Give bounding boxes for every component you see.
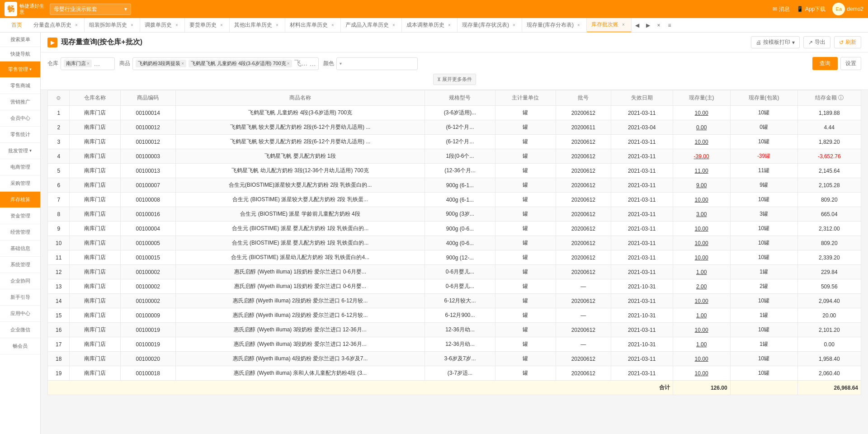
export-btn[interactable]: ↗ 导出 xyxy=(803,36,830,48)
sidebar-item-operations[interactable]: 经营管理 xyxy=(0,224,40,241)
cell-expiry-9: 2021-03-11 xyxy=(611,236,673,250)
sidebar-item-purchase[interactable]: 采购管理 xyxy=(0,175,40,192)
chevron-down-icon-2: ▼ xyxy=(29,149,33,153)
tab-0[interactable]: 分量盘点单历史 × xyxy=(29,18,85,33)
tab-menu-btn[interactable]: ≡ xyxy=(664,18,675,33)
cell-name-0: 飞鹤星飞帆 儿童奶粉 4段(3-6岁适用) 700克 xyxy=(175,106,425,120)
cell-qty-16[interactable]: 1.00 xyxy=(673,337,730,352)
cell-pkg-5: 9罐 xyxy=(730,178,797,193)
cell-no-12: 13 xyxy=(48,279,70,294)
sidebar-item-members[interactable]: 会员中心 xyxy=(0,110,40,127)
tab-6[interactable]: 产成品入库单历史 × xyxy=(341,18,402,33)
sidebar-item-enterprise[interactable]: 企业协同 xyxy=(0,273,40,289)
tab-7[interactable]: 成本调整单历史 × xyxy=(402,18,458,33)
tab-10[interactable]: 库存批次账 × xyxy=(587,18,632,33)
sidebar-item-members2[interactable]: 畅会员 xyxy=(0,338,40,354)
cell-qty-6[interactable]: 10.00 xyxy=(673,193,730,207)
cell-code-13: 00100002 xyxy=(120,294,175,308)
cell-qty-11[interactable]: 1.00 xyxy=(673,265,730,279)
cell-qty-0[interactable]: 10.00 xyxy=(673,106,730,120)
cell-batch-6: 20200612 xyxy=(556,193,611,207)
tab-close-6[interactable]: × xyxy=(391,22,397,28)
sidebar-search[interactable]: 搜索菜单 xyxy=(0,33,40,47)
tab-9[interactable]: 现存量(库存分布表) × xyxy=(522,18,587,33)
tab-close-2[interactable]: × xyxy=(174,22,180,28)
tab-home[interactable]: 首页 xyxy=(5,21,29,29)
color-tag-group[interactable]: ▾ xyxy=(336,57,418,70)
sidebar-item-marketing[interactable]: 营销推广 xyxy=(0,94,40,110)
cell-qty-8[interactable]: 10.00 xyxy=(673,222,730,236)
sidebar-item-inventory[interactable]: 库存核算 xyxy=(0,192,40,208)
cell-qty-14[interactable]: 1.00 xyxy=(673,308,730,323)
tab-4[interactable]: 其他出库单历史 × xyxy=(230,18,285,33)
tab-close-all-btn[interactable]: × xyxy=(653,18,664,33)
sidebar-item-retail-stats[interactable]: 零售统计 xyxy=(0,127,40,143)
template-print-btn[interactable]: 🖨 按模板打印 ▾ xyxy=(751,36,800,48)
tab-close-5[interactable]: × xyxy=(330,22,336,28)
col-settings[interactable]: ⚙ xyxy=(48,90,70,106)
cell-qty-10[interactable]: 10.00 xyxy=(673,250,730,265)
expand-conditions-btn[interactable]: ⊻ 展开更多条件 xyxy=(433,74,476,85)
sidebar-item-apps[interactable]: 应用中心 xyxy=(0,306,40,322)
tab-close-4[interactable]: × xyxy=(274,22,280,28)
cell-no-11: 12 xyxy=(48,265,70,279)
sidebar-item-wholesale[interactable]: 批发管理 ▼ xyxy=(0,143,40,159)
tab-1[interactable]: 组装拆卸单历史 × xyxy=(85,18,140,33)
tab-3[interactable]: 要货单历史 × xyxy=(185,18,230,33)
app-download-btn[interactable]: 📱 App下载 xyxy=(797,5,826,13)
tab-close-8[interactable]: × xyxy=(511,22,517,28)
cell-qty-13[interactable]: 10.00 xyxy=(673,294,730,308)
refresh-btn[interactable]: ↺ 刷新 xyxy=(834,36,861,48)
sidebar-quick-nav[interactable]: 快捷导航 xyxy=(0,47,40,61)
account-dropdown[interactable]: 母婴行业演示账套 ▾ xyxy=(50,4,131,15)
cell-qty-2[interactable]: 10.00 xyxy=(673,135,730,149)
goods-tag-group[interactable]: 飞鹤奶粉3段两提装 × 飞鹤星飞帆 儿童奶粉 4段(3-6岁适用) 700克 ×… xyxy=(132,57,319,70)
tab-5[interactable]: 材料出库单历史 × xyxy=(285,18,341,33)
tab-8[interactable]: 现存量(库存状况表) × xyxy=(458,18,522,33)
sidebar-item-retail-management[interactable]: 零售管理 ▼ xyxy=(0,61,40,78)
cell-qty-4[interactable]: 11.00 xyxy=(673,164,730,178)
cell-batch-7: 20200612 xyxy=(556,207,611,222)
cell-spec-8: 900g (0-6... xyxy=(425,222,495,236)
goods-tag-remove-0[interactable]: × xyxy=(181,61,184,66)
sidebar-item-wechat[interactable]: 企业微信 xyxy=(0,322,40,338)
sidebar-item-finance[interactable]: 资金管理 xyxy=(0,208,40,224)
sidebar-item-ecommerce[interactable]: 电商管理 xyxy=(0,159,40,175)
tab-next-btn[interactable]: ▶ xyxy=(642,18,653,33)
tab-close-9[interactable]: × xyxy=(576,22,582,28)
cell-qty-5[interactable]: 9.00 xyxy=(673,178,730,193)
cell-qty-1[interactable]: 0.00 xyxy=(673,120,730,135)
cell-expiry-18: 2021-03-11 xyxy=(611,366,673,381)
cell-qty-7[interactable]: 3.00 xyxy=(673,207,730,222)
tab-close-3[interactable]: × xyxy=(218,22,225,28)
tab-2[interactable]: 调拨单历史 × xyxy=(140,18,185,33)
messages-btn[interactable]: ✉ 消息 xyxy=(773,5,790,13)
user-profile[interactable]: Ea demo2 xyxy=(832,3,863,15)
sidebar-toggle-btn[interactable]: ▶ xyxy=(47,38,57,47)
cell-qty-17[interactable]: 10.00 xyxy=(673,352,730,366)
cell-qty-3[interactable]: -39.00 xyxy=(673,149,730,164)
sidebar-item-system[interactable]: 系统管理 xyxy=(0,257,40,273)
query-btn[interactable]: 查询 xyxy=(812,57,838,70)
sidebar-item-guide[interactable]: 新手引导 xyxy=(0,289,40,306)
settings-gear-icon[interactable]: ⚙ xyxy=(56,95,61,101)
goods-more-btn[interactable]: ... xyxy=(310,60,316,68)
cell-qty-9[interactable]: 10.00 xyxy=(673,236,730,250)
color-dropdown-arrow[interactable]: ▾ xyxy=(340,61,342,66)
tab-close-0[interactable]: × xyxy=(73,22,80,28)
cell-amount-18: 2,060.40 xyxy=(797,366,861,381)
settings-btn[interactable]: 设置 xyxy=(840,57,861,70)
warehouse-tag-group[interactable]: 南库门店 × ... xyxy=(61,57,115,70)
tab-close-10[interactable]: × xyxy=(620,22,627,28)
goods-tag-remove-1[interactable]: × xyxy=(287,61,290,66)
cell-qty-15[interactable]: 10.00 xyxy=(673,323,730,337)
warehouse-more-btn[interactable]: ... xyxy=(94,60,100,68)
tab-prev-btn[interactable]: ◀ xyxy=(632,18,642,33)
warehouse-tag-remove-btn[interactable]: × xyxy=(87,61,90,66)
tab-close-1[interactable]: × xyxy=(129,22,135,28)
cell-qty-12[interactable]: 2.00 xyxy=(673,279,730,294)
sidebar-item-basic-info[interactable]: 基础信息 xyxy=(0,241,40,257)
sidebar-item-retail-mall[interactable]: 零售商城 xyxy=(0,78,40,94)
cell-qty-18[interactable]: 10.00 xyxy=(673,366,730,381)
tab-close-7[interactable]: × xyxy=(446,22,453,28)
